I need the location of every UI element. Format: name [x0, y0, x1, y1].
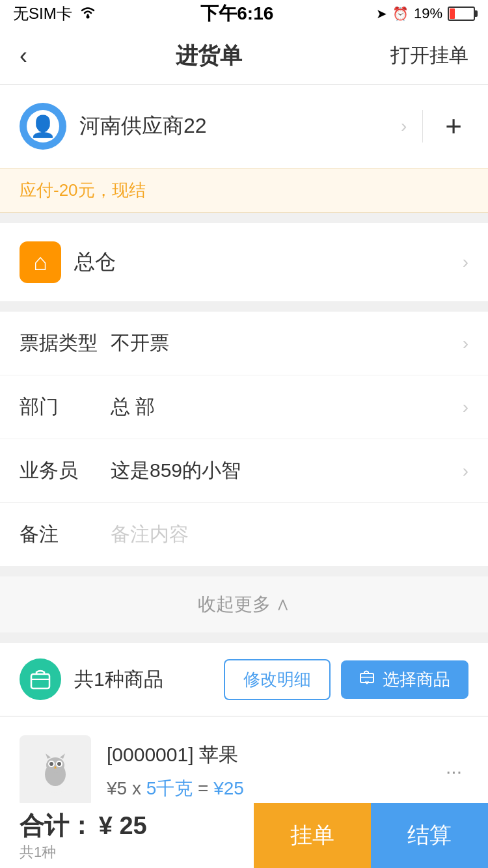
product-header: 共1种商品 修改明细 选择商品 [0, 643, 488, 716]
svg-line-6 [367, 681, 368, 684]
warehouse-name: 总仓 [74, 248, 463, 277]
select-product-button[interactable]: 选择商品 [341, 660, 468, 699]
more-options-button[interactable]: ··· [439, 753, 468, 789]
main-content: 👤 河南供应商22 › + 应付-20元，现结 ⌂ 总仓 › 票据类型 不开票 … [0, 85, 488, 868]
form-section: 票据类型 不开票 › 部门 总 部 › 业务员 这是859的小智 › 备注 备注… [0, 312, 488, 566]
battery-icon [448, 7, 475, 21]
product-title: 苹果 [199, 744, 238, 765]
salesperson-chevron-icon: › [463, 461, 468, 481]
nav-bar: ‹ 进货单 打开挂单 [0, 27, 488, 85]
collapse-bar[interactable]: 收起更多 ∧ [0, 576, 488, 632]
supplier-chevron-icon: › [401, 116, 407, 137]
total-section: 合计： ¥ 25 共1种 [0, 803, 254, 868]
subtotal: ¥25 [213, 778, 244, 798]
supplier-name: 河南供应商22 [79, 112, 401, 141]
edit-detail-button[interactable]: 修改明细 [224, 659, 331, 700]
warehouse-section[interactable]: ⌂ 总仓 › [0, 223, 488, 301]
status-time: 下午6:16 [200, 1, 273, 26]
department-chevron-icon: › [463, 397, 468, 418]
select-product-label: 选择商品 [383, 668, 450, 691]
svg-rect-3 [360, 673, 373, 683]
remark-value: 备注内容 [104, 521, 468, 548]
checkout-button[interactable]: 结算 [371, 803, 488, 868]
remark-label: 备注 [20, 521, 104, 548]
person-icon: 👤 [30, 114, 56, 139]
invoice-type-label: 票据类型 [20, 330, 104, 357]
open-pending-button[interactable]: 打开挂单 [390, 42, 468, 69]
warehouse-chevron-icon: › [463, 252, 468, 273]
salesperson-value: 这是859的小智 [104, 457, 463, 484]
supplier-avatar: 👤 [20, 103, 66, 150]
alarm-icon: ⏰ [392, 6, 409, 21]
back-button[interactable]: ‹ [20, 42, 27, 70]
page-title: 进货单 [176, 41, 242, 71]
product-count: 共1种商品 [74, 666, 224, 693]
status-left: 无SIM卡 [13, 3, 98, 24]
svg-point-13 [57, 762, 61, 766]
department-row[interactable]: 部门 总 部 › [0, 375, 488, 439]
svg-point-0 [86, 16, 89, 19]
bottom-bar: 合计： ¥ 25 共1种 挂单 结算 [0, 803, 488, 868]
total-label: 合计： [20, 812, 94, 839]
unit-price: ¥5 x [107, 778, 146, 798]
equals: = [198, 778, 213, 798]
remark-row[interactable]: 备注 备注内容 [0, 503, 488, 566]
product-price-row: ¥5 x 5千克 = ¥25 [107, 776, 439, 801]
warehouse-icon: ⌂ [20, 241, 61, 283]
total-amount: 合计： ¥ 25 [20, 809, 234, 843]
salesperson-row[interactable]: 业务员 这是859的小智 › [0, 439, 488, 503]
wifi-icon [77, 5, 98, 23]
location-icon: ➤ [376, 6, 387, 21]
battery-percent: 19% [414, 5, 442, 22]
product-info: [0000001] 苹果 ¥5 x 5千克 = ¥25 [107, 742, 439, 801]
add-supplier-button[interactable]: + [439, 110, 468, 142]
total-sub-label: 共1种 [20, 843, 234, 862]
svg-point-12 [49, 762, 53, 766]
home-icon: ⌂ [33, 249, 47, 276]
product-code: [0000001] [107, 744, 199, 765]
pending-button[interactable]: 挂单 [254, 803, 371, 868]
carrier-text: 无SIM卡 [13, 3, 72, 24]
product-section-icon [20, 658, 61, 700]
salesperson-label: 业务员 [20, 457, 104, 484]
cart-icon [359, 670, 377, 690]
product-thumbnail [20, 735, 91, 807]
department-value: 总 部 [104, 394, 463, 420]
supplier-section: 👤 河南供应商22 › + 应付-20元，现结 [0, 85, 488, 213]
total-value: ¥ 25 [99, 812, 147, 839]
status-bar: 无SIM卡 下午6:16 ➤ ⏰ 19% [0, 0, 488, 27]
invoice-type-value: 不开票 [104, 330, 463, 357]
supplier-row[interactable]: 👤 河南供应商22 › + [0, 85, 488, 168]
invoice-chevron-icon: › [463, 333, 468, 354]
department-label: 部门 [20, 394, 104, 420]
vertical-divider [422, 110, 423, 142]
svg-rect-1 [31, 674, 49, 688]
status-right: ➤ ⏰ 19% [376, 5, 475, 22]
invoice-type-row[interactable]: 票据类型 不开票 › [0, 312, 488, 375]
alert-banner: 应付-20元，现结 [0, 168, 488, 213]
quantity: 5千克 [146, 778, 193, 798]
product-name: [0000001] 苹果 [107, 742, 439, 768]
